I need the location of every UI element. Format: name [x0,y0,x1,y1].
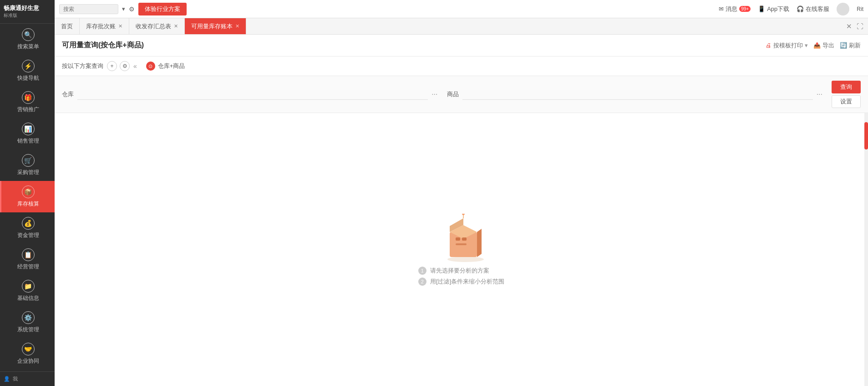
sidebar-item-marketing[interactable]: 🎁 营销推广 [0,87,55,118]
warehouse-more-icon[interactable]: ··· [431,90,437,98]
hint-text-2: 用[过滤]条件来缩小分析范围 [430,278,504,286]
sidebar-label-marketing: 营销推广 [17,106,39,113]
username[interactable]: Rit [857,6,863,12]
filter-buttons: 查询 设置 [832,81,861,108]
export-btn[interactable]: 📤 导出 [813,41,834,50]
print-label: 按模板打印 [773,41,803,50]
marketing-icon: 🎁 [22,91,35,104]
tab-summary-close[interactable]: ✕ [174,23,178,29]
dropdown-arrow-icon[interactable]: ▾ [122,5,125,12]
sidebar-label-inventory: 库存核算 [17,200,39,208]
sidebar-label-purchase: 采购管理 [17,169,39,176]
export-label: 导出 [822,41,834,50]
scrollbar-thumb[interactable] [864,122,868,149]
sidebar-item-sales[interactable]: 📊 销售管理 [0,118,55,149]
message-btn[interactable]: ✉ 消息 99 [719,5,751,13]
goods-more-icon[interactable]: ··· [817,90,822,98]
tab-summary-label: 收发存汇总表 [136,22,171,31]
refresh-btn[interactable]: 🔄 刷新 [840,41,861,50]
hint-num-2: 2 [418,278,426,286]
message-icon: ✉ [719,5,724,12]
app-title: 畅康通好生意 [4,5,51,12]
main-content: ▾ ⚙ 体验行业方案 ✉ 消息 99 📱 App下载 🎧 在线客服 Rit 首页 [55,0,868,386]
tabbar: 首页 库存批次账 ✕ 收发存汇总表 ✕ 可用量库存账本 ✕ ✕ ⛶ [55,18,868,35]
app-subtitle: 标准版 [4,12,51,19]
svg-marker-3 [477,229,482,257]
empty-hint-2: 2 用[过滤]条件来缩小分析范围 [418,278,504,286]
sidebar-item-search[interactable]: 🔍 搜索菜单 [0,24,55,55]
page-header: 可用量查询(按仓库+商品) 🖨 按模板打印 ▾ 📤 导出 🔄 刷新 [55,35,868,57]
message-badge: 99 [739,6,751,12]
scrollbar[interactable] [864,113,868,386]
empty-hint-1: 1 请先选择要分析的方案 [418,267,504,275]
tab-available-close[interactable]: ✕ [235,23,239,29]
window-expand-icon[interactable]: ⛶ [856,21,864,31]
tab-home[interactable]: 首页 [55,18,80,34]
gear-icon[interactable]: ⚙ [129,5,135,13]
tab-summary[interactable]: 收发存汇总表 ✕ [129,18,185,34]
filter-fields-area: 仓库 ··· 商品 ··· 查询 设置 [55,76,868,113]
settings-button[interactable]: 设置 [832,95,861,108]
tab-available[interactable]: 可用量库存账本 ✕ [185,18,246,34]
filter-add-btn[interactable]: + [107,61,117,71]
tab-available-label: 可用量库存账本 [191,22,233,31]
goods-input[interactable] [462,89,813,100]
tab-batch[interactable]: 库存批次账 ✕ [80,18,129,34]
sidebar-bottom-label: 我 [13,376,18,382]
app-download-label: App下载 [767,5,789,13]
print-icon: 🖨 [766,42,772,49]
empty-hints: 1 请先选择要分析的方案 2 用[过滤]条件来缩小分析范围 [418,267,504,286]
svg-point-9 [462,214,465,215]
window-close-icon[interactable]: ✕ [845,21,853,31]
sales-icon: 📊 [22,123,35,135]
refresh-label: 刷新 [849,41,861,50]
sidebar-item-system[interactable]: ⚙️ 系统管理 [0,307,55,338]
sidebar-item-operations[interactable]: 📋 经营管理 [0,244,55,275]
page-header-actions: 🖨 按模板打印 ▾ 📤 导出 🔄 刷新 [766,41,861,50]
sidebar-item-inventory[interactable]: 📦 库存核算 [0,181,55,212]
export-icon: 📤 [813,42,821,49]
sidebar-label-sales: 销售管理 [17,137,39,145]
sidebar: 畅康通好生意 标准版 🔍 搜索菜单 ⚡ 快捷导航 🎁 营销推广 📊 销售管理 🛒… [0,0,55,386]
sidebar-label-system: 系统管理 [17,326,39,334]
inventory-icon: 📦 [22,185,35,198]
print-btn[interactable]: 🖨 按模板打印 ▾ [766,41,808,50]
hint-num-1: 1 [418,267,426,275]
tab-window-controls: ✕ ⛶ [842,18,868,34]
tab-batch-label: 库存批次账 [86,22,116,31]
print-dropdown-icon[interactable]: ▾ [805,42,808,49]
filter-scheme-label: 按以下方案查询 [62,62,103,70]
svg-rect-6 [462,237,467,241]
sidebar-item-basic[interactable]: 📁 基础信息 [0,275,55,307]
filter-collapse-btn[interactable]: « [133,62,137,70]
content-area: 1 请先选择要分析的方案 2 用[过滤]条件来缩小分析范围 [55,113,868,386]
sidebar-nav: 🔍 搜索菜单 ⚡ 快捷导航 🎁 营销推广 📊 销售管理 🛒 采购管理 📦 库存核… [0,24,55,371]
online-service-btn[interactable]: 🎧 在线客服 [797,5,829,13]
app-download-btn[interactable]: 📱 App下载 [758,5,789,13]
scheme-warehouse-goods[interactable]: ⊙ 仓库+商品 [146,62,185,71]
page-title: 可用量查询(按仓库+商品) [62,41,144,50]
avatar[interactable] [837,3,849,15]
query-button[interactable]: 查询 [832,81,861,93]
filter-settings-btn[interactable]: ⚙ [120,61,130,71]
tab-batch-close[interactable]: ✕ [118,23,122,29]
sidebar-item-purchase[interactable]: 🛒 采购管理 [0,149,55,181]
operations-icon: 📋 [22,248,35,261]
message-label: 消息 [726,5,737,13]
filter-scheme-area: 按以下方案查询 + ⚙ « ⊙ 仓库+商品 [55,57,868,76]
svg-point-0 [447,257,484,262]
sidebar-item-finance[interactable]: 💰 资金管理 [0,212,55,244]
online-service-label: 在线客服 [806,5,829,13]
warehouse-input[interactable] [77,89,428,100]
sidebar-item-enterprise[interactable]: 🤝 企业协同 [0,338,55,370]
goods-field: 商品 ··· [447,89,823,100]
empty-state: 1 请先选择要分析的方案 2 用[过滤]条件来缩小分析范围 [418,214,504,286]
warehouse-field: 仓库 ··· [62,89,438,100]
svg-rect-7 [456,243,467,245]
sidebar-item-shortcut[interactable]: ⚡ 快捷导航 [0,55,55,87]
sidebar-bottom[interactable]: 👤 我 [0,371,55,386]
scheme-selected-icon: ⊙ [146,62,155,71]
industry-btn[interactable]: 体验行业方案 [138,3,187,15]
sidebar-label-operations: 经营管理 [17,263,39,271]
search-input[interactable] [59,4,118,14]
